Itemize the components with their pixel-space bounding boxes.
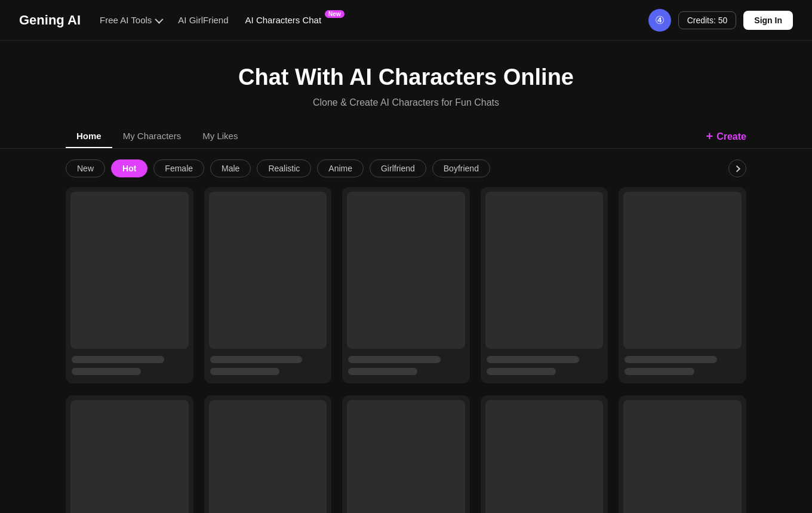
card-info — [619, 349, 746, 383]
card-skeleton-8[interactable] — [342, 395, 470, 513]
logo[interactable]: Gening AI — [19, 13, 81, 28]
card-skeleton-7[interactable] — [204, 395, 332, 513]
card-skeleton-3[interactable] — [342, 187, 470, 383]
card-info — [342, 349, 470, 383]
hero-subtitle: Clone & Create AI Characters for Fun Cha… — [19, 97, 793, 108]
card-skeleton-1[interactable] — [66, 187, 193, 383]
hero-section: Chat With AI Characters Online Clone & C… — [0, 41, 812, 125]
plus-icon: + — [706, 130, 713, 143]
card-skeleton-10[interactable] — [619, 395, 746, 513]
chevron-right-icon — [734, 165, 740, 172]
chip-boyfriend[interactable]: Boyfriend — [432, 159, 490, 177]
signin-button[interactable]: Sign In — [743, 11, 793, 30]
chip-realistic[interactable]: Realistic — [257, 159, 311, 177]
card-image-skeleton — [347, 192, 465, 349]
chip-new[interactable]: New — [66, 159, 105, 177]
cards-grid-row2 — [0, 395, 812, 513]
card-skeleton-6[interactable] — [66, 395, 193, 513]
card-subtitle-skeleton — [487, 368, 556, 375]
card-info — [66, 349, 193, 383]
nav-free-ai-tools[interactable]: Free AI Tools — [100, 15, 161, 25]
card-title-skeleton — [210, 356, 303, 363]
card-title-skeleton — [348, 356, 441, 363]
card-title-skeleton — [72, 356, 164, 363]
card-image-skeleton — [347, 400, 465, 513]
card-image-skeleton — [209, 400, 327, 513]
card-subtitle-skeleton — [72, 368, 141, 375]
card-title-skeleton — [487, 356, 579, 363]
card-image-skeleton — [209, 192, 327, 349]
card-info — [204, 349, 332, 383]
card-skeleton-9[interactable] — [481, 395, 608, 513]
nav-ai-characters-chat[interactable]: AI Characters Chat New — [245, 15, 345, 25]
navbar: Gening AI Free AI Tools AI GirlFriend AI… — [0, 0, 812, 41]
card-image-skeleton — [485, 400, 604, 513]
create-button[interactable]: + Create — [706, 130, 747, 143]
discord-button[interactable]: ④ — [648, 9, 671, 32]
chip-girlfriend[interactable]: Girlfriend — [370, 159, 426, 177]
card-info — [481, 349, 608, 383]
hero-title: Chat With AI Characters Online — [19, 64, 793, 90]
tab-my-characters[interactable]: My Characters — [112, 125, 192, 148]
card-image-skeleton — [70, 192, 189, 349]
card-image-skeleton — [485, 192, 604, 349]
tab-home[interactable]: Home — [66, 125, 112, 148]
credits-button[interactable]: Credits: 50 — [678, 11, 737, 29]
card-subtitle-skeleton — [210, 368, 279, 375]
card-skeleton-5[interactable] — [619, 187, 746, 383]
chip-anime[interactable]: Anime — [317, 159, 364, 177]
chip-male[interactable]: Male — [210, 159, 251, 177]
card-skeleton-4[interactable] — [481, 187, 608, 383]
chevron-down-icon — [155, 15, 164, 23]
card-image-skeleton — [623, 192, 742, 349]
cards-grid-row1 — [0, 187, 812, 395]
navbar-right: ④ Credits: 50 Sign In — [648, 9, 793, 32]
tab-my-likes[interactable]: My Likes — [192, 125, 248, 148]
nav-links: Free AI Tools AI GirlFriend AI Character… — [100, 15, 629, 25]
chip-female[interactable]: Female — [153, 159, 204, 177]
chip-hot[interactable]: Hot — [111, 159, 147, 177]
card-image-skeleton — [70, 400, 189, 513]
tabs-bar: Home My Characters My Likes + Create — [0, 125, 812, 149]
filter-scroll-right-button[interactable] — [728, 159, 746, 177]
card-subtitle-skeleton — [348, 368, 417, 375]
card-title-skeleton — [625, 356, 717, 363]
card-image-skeleton — [623, 400, 742, 513]
new-badge: New — [325, 10, 345, 18]
nav-ai-girlfriend[interactable]: AI GirlFriend — [178, 15, 228, 25]
discord-icon: ④ — [655, 14, 665, 27]
filter-row: New Hot Female Male Realistic Anime Girl… — [0, 149, 812, 187]
card-skeleton-2[interactable] — [204, 187, 332, 383]
card-subtitle-skeleton — [625, 368, 694, 375]
